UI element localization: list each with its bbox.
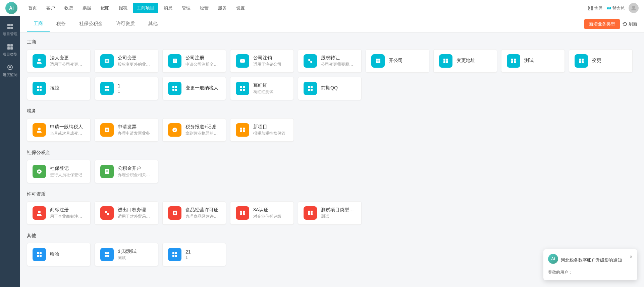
xuke4-icon bbox=[236, 206, 249, 220]
card-one[interactable]: 1 1 bbox=[95, 77, 158, 100]
other1-name: 哈哈 bbox=[50, 251, 85, 257]
section-title-shebao: 社保公积金 bbox=[27, 150, 637, 156]
sidebar-item-project-type[interactable]: 项目类型 bbox=[0, 40, 20, 60]
section-title-xuke: 许可资质 bbox=[27, 191, 637, 197]
svg-rect-10 bbox=[10, 27, 13, 29]
sidebar-item-progress[interactable]: 进度监测 bbox=[0, 60, 20, 81]
xuke5-icon bbox=[304, 206, 317, 220]
svg-rect-32 bbox=[376, 61, 378, 63]
card-guquan[interactable]: 股权转让 公司变更需要股权转让 bbox=[298, 49, 362, 73]
gszuxiao-icon bbox=[236, 54, 249, 68]
card-gszuxiao[interactable]: 公司注销 适用于注销公司 bbox=[230, 49, 294, 73]
card-xuke-4[interactable]: 3A认证 对企业信誉评级 bbox=[230, 201, 294, 225]
biangengna-info: 变更一般纳税人 bbox=[185, 85, 220, 92]
card-shebao-1[interactable]: 社保登记 进行人员社保登记 bbox=[27, 160, 91, 183]
nav-right: 全屏 VIP 畅会员 bbox=[588, 3, 639, 13]
sidebar-item-project-manage[interactable]: 项目管理 bbox=[0, 19, 20, 40]
card-ceshi[interactable]: 测试 bbox=[501, 49, 565, 73]
notification-close-button[interactable]: × bbox=[630, 254, 633, 260]
card-biangengdizhi[interactable]: 变更地址 bbox=[433, 49, 497, 73]
notification-logo-icon: Ai bbox=[548, 254, 558, 264]
svg-rect-60 bbox=[240, 89, 242, 91]
nav-item-operation[interactable]: 经营 bbox=[196, 3, 213, 13]
xuke3-icon bbox=[168, 206, 181, 220]
other3-desc: 1 bbox=[185, 255, 220, 260]
svg-rect-18 bbox=[105, 59, 109, 63]
svg-text:VIP: VIP bbox=[607, 7, 610, 9]
tab-shebao[interactable]: 社保公积金 bbox=[72, 16, 109, 32]
card-shuiwu-4[interactable]: 新项目 报税加税控盘保管 bbox=[230, 118, 294, 142]
card-shuiwu-1[interactable]: 申请一般纳税人 当月或次月成变更完成 bbox=[27, 118, 91, 142]
tab-other[interactable]: 其他 bbox=[142, 16, 164, 32]
card-xuke-2[interactable]: 进出口权办理 适用于对外贸易经营者 bbox=[95, 201, 158, 225]
tab-xuke[interactable]: 许可资质 bbox=[109, 16, 142, 32]
nav-item-message[interactable]: 消息 bbox=[160, 3, 176, 13]
fullscreen-btn[interactable]: 全屏 bbox=[588, 5, 602, 11]
nav-item-client[interactable]: 客户 bbox=[42, 3, 59, 13]
svg-rect-99 bbox=[107, 252, 109, 254]
card-shuiwu-3[interactable]: ¥ 税务报道+记账 拿到营业执照的新公司 bbox=[162, 118, 226, 142]
section-gongshang: 工商 法人变更 适用于公司变更法人 公司变更 bbox=[27, 39, 637, 100]
card-xuke-5[interactable]: 测试项目类型自定义 测试 bbox=[298, 201, 362, 225]
svg-rect-50 bbox=[105, 86, 107, 88]
card-gehonghong[interactable]: 葛红红 葛红红测试 bbox=[230, 77, 294, 100]
xuke2-info: 进出口权办理 适用于对外贸易经营者 bbox=[118, 207, 153, 219]
avatar-icon bbox=[631, 5, 637, 11]
svg-rect-87 bbox=[243, 211, 245, 213]
ceshi-name: 测试 bbox=[524, 58, 559, 64]
card-biangeng[interactable]: 变更 bbox=[569, 49, 633, 73]
card-other-3[interactable]: 21 1 bbox=[162, 243, 226, 266]
nav-item-bill[interactable]: 票据 bbox=[78, 3, 95, 13]
tab-shuiwu[interactable]: 税务 bbox=[50, 16, 72, 32]
ceshi-icon bbox=[507, 54, 520, 68]
card-lala[interactable]: 拉拉 bbox=[27, 77, 91, 100]
card-shuiwu-2[interactable]: 申请发票 办理申请发票业务 bbox=[95, 118, 158, 142]
other1-info: 哈哈 bbox=[50, 251, 85, 258]
card-other-1[interactable]: 哈哈 bbox=[27, 243, 91, 266]
nav-item-setting[interactable]: 设置 bbox=[232, 3, 249, 13]
section-title-shuiwu: 税务 bbox=[27, 108, 637, 114]
xuke1-info: 商标注册 用于企业商标注册服务 bbox=[50, 207, 85, 219]
one-desc: 1 bbox=[118, 89, 153, 94]
card-qianqiqq[interactable]: 前期QQ bbox=[298, 77, 362, 100]
shuiwu3-info: 税务报道+记账 拿到营业执照的新公司 bbox=[185, 124, 220, 136]
card-kaigongsi[interactable]: 开公司 bbox=[366, 49, 429, 73]
add-type-button[interactable]: 新增业务类型 bbox=[584, 19, 620, 29]
user-avatar[interactable] bbox=[629, 3, 639, 13]
card-gszhuce[interactable]: 公司注册 申请公司注册全流程 bbox=[162, 49, 226, 73]
nav-menu: 首页 客户 收费 票据 记账 报税 工商项目 消息 管理 经营 服务 设置 bbox=[24, 3, 588, 13]
sidebar: 项目管理 项目类型 进度监测 bbox=[0, 16, 20, 287]
refresh-label: 刷新 bbox=[629, 21, 637, 27]
nav-item-tax[interactable]: 报税 bbox=[115, 3, 131, 13]
vip-btn[interactable]: VIP 畅会员 bbox=[606, 5, 625, 11]
svg-rect-101 bbox=[107, 255, 109, 257]
card-xuke-1[interactable]: 商标注册 用于企业商标注册服务 bbox=[27, 201, 91, 225]
card-gsbiangeng[interactable]: 公司变更 股权变更外的业务变更 bbox=[95, 49, 158, 73]
nav-item-service[interactable]: 服务 bbox=[214, 3, 231, 13]
card-faziren[interactable]: 法人变更 适用于公司变更法人 bbox=[27, 49, 91, 73]
nav-item-bookkeep[interactable]: 记账 bbox=[97, 3, 113, 13]
nav-item-charge[interactable]: 收费 bbox=[60, 3, 77, 13]
svg-point-6 bbox=[632, 6, 635, 8]
card-xuke-3[interactable]: 食品经营许可证 办理食品经营许可证 bbox=[162, 201, 226, 225]
gszuxiao-info: 公司注销 适用于注销公司 bbox=[253, 55, 288, 67]
nav-item-home[interactable]: 首页 bbox=[24, 3, 41, 13]
svg-rect-38 bbox=[511, 59, 513, 61]
svg-rect-83 bbox=[173, 211, 177, 215]
card-biangeng-納[interactable]: 变更一般纳税人 bbox=[162, 77, 226, 100]
biangengdizhi-icon bbox=[439, 54, 452, 68]
xuke3-desc: 办理食品经营许可证 bbox=[185, 214, 220, 219]
ceshi-info: 测试 bbox=[524, 58, 559, 64]
svg-rect-96 bbox=[37, 255, 39, 257]
svg-rect-62 bbox=[308, 86, 310, 88]
card-other-2[interactable]: 刘聪测试 测试 bbox=[95, 243, 158, 266]
shuiwu2-name: 申请发票 bbox=[118, 124, 153, 130]
nav-item-manage[interactable]: 管理 bbox=[178, 3, 195, 13]
refresh-icon bbox=[623, 22, 627, 26]
qianqiqq-name: 前期QQ bbox=[321, 85, 356, 91]
tab-gongshang[interactable]: 工商 bbox=[27, 16, 50, 32]
card-shebao-2[interactable]: 公积金开户 办理公积金相关业务 bbox=[95, 160, 158, 183]
progress-icon bbox=[6, 64, 14, 71]
refresh-button[interactable]: 刷新 bbox=[623, 21, 637, 27]
nav-item-business[interactable]: 工商项目 bbox=[133, 3, 158, 13]
